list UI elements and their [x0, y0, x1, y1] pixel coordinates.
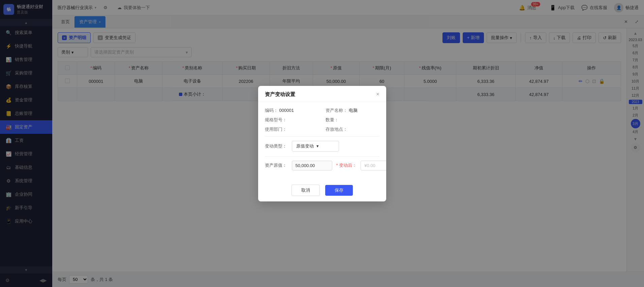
modal-overlay[interactable]: 资产变动设置 × 编码： 000001 资产名称： 电脑 规格型号：: [0, 0, 644, 287]
modal-storage-field: 存放地点：: [326, 126, 379, 132]
modal-after-label: * 变动后：: [336, 162, 357, 168]
asset-change-modal: 资产变动设置 × 编码： 000001 资产名称： 电脑 规格型号：: [258, 86, 386, 201]
change-type-arrow-icon: ▾: [316, 144, 319, 149]
modal-info-grid: 编码： 000001 资产名称： 电脑 规格型号： 数量： 使用部门：: [265, 107, 379, 132]
modal-divider-2: [265, 156, 379, 157]
modal-original-value-display: 50,000.00: [292, 161, 332, 170]
modal-storage-label: 存放地点：: [326, 126, 347, 132]
modal-asset-name-value: 电脑: [349, 107, 358, 114]
modal-code-label: 编码：: [265, 107, 278, 114]
modal-department-field: 使用部门：: [265, 126, 319, 132]
modal-spec-field: 规格型号：: [265, 117, 319, 123]
modal-code-field: 编码： 000001: [265, 107, 319, 114]
modal-after-change-input[interactable]: [361, 161, 386, 170]
modal-close-button[interactable]: ×: [376, 91, 379, 97]
modal-header: 资产变动设置 ×: [258, 86, 386, 102]
modal-quantity-label: 数量：: [326, 117, 339, 123]
modal-change-type-label: 变动类型：: [265, 143, 292, 149]
save-button[interactable]: 保存: [325, 185, 353, 196]
modal-value-group: 50,000.00 * 变动后：: [292, 161, 386, 170]
cancel-button[interactable]: 取消: [292, 185, 320, 196]
modal-change-type-control: 原值变动 ▾: [292, 141, 379, 152]
modal-value-row: 资产原值： 50,000.00 * 变动后：: [265, 161, 379, 170]
modal-asset-name-label: 资产名称：: [326, 107, 347, 114]
modal-spec-label: 规格型号：: [265, 117, 287, 123]
modal-footer: 取消 保存: [258, 181, 386, 201]
modal-change-type-select[interactable]: 原值变动 ▾: [292, 141, 339, 152]
modal-body: 编码： 000001 资产名称： 电脑 规格型号： 数量： 使用部门：: [258, 102, 386, 181]
modal-quantity-field: 数量：: [326, 117, 379, 123]
modal-asset-name-field: 资产名称： 电脑: [326, 107, 379, 114]
modal-value-control: 50,000.00 * 变动后：: [292, 161, 386, 170]
modal-divider-1: [265, 136, 379, 137]
modal-change-type-row: 变动类型： 原值变动 ▾: [265, 141, 379, 152]
modal-department-label: 使用部门：: [265, 126, 287, 132]
modal-code-value: 000001: [279, 108, 294, 113]
modal-title: 资产变动设置: [265, 91, 295, 98]
modal-original-value-label: 资产原值：: [265, 162, 292, 168]
